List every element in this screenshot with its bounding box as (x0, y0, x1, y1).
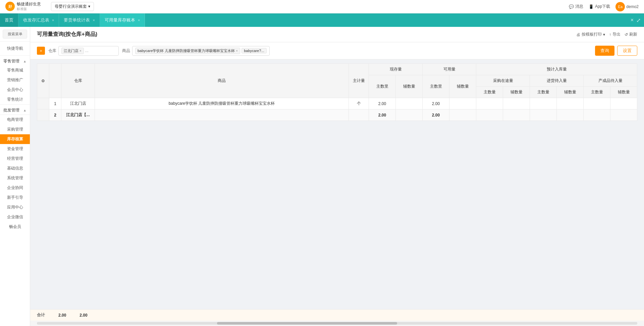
row1-stock-main: 2.00 (369, 98, 396, 109)
data-table: ⚙ 仓库 商品 主计量 现存量 可用量 预计入库量 主数里 辅数量 主数里 辅数… (37, 63, 637, 121)
sidebar-nav: 快捷导航 (0, 42, 30, 56)
user-profile[interactable]: Ea demo2 (615, 2, 639, 11)
search-menu-button[interactable]: 搜索菜单 (3, 30, 27, 39)
sidebar-item-purchase[interactable]: 采购管理 (0, 125, 30, 134)
col-available-group-header: 可用量 (423, 64, 476, 75)
row2-warehouse: 江北门店【... (61, 109, 95, 121)
filter-product-tag1-remove[interactable]: × (236, 49, 238, 53)
col-warehouse-header: 仓库 (61, 64, 95, 98)
sidebar-item-inventory[interactable]: 库存核算 (0, 134, 30, 144)
filter-product-tag2: babycare?... (241, 48, 267, 53)
chevron-down-icon2: ▾ (603, 32, 605, 37)
print-icon: 🖨 (576, 32, 580, 37)
row1-avail-main: 2.00 (423, 98, 449, 109)
tab-receivable[interactable]: 收发存汇总表 × (18, 13, 59, 27)
col-incoming-main-header: 主数量 (530, 87, 557, 98)
row1-num: 1 (49, 98, 61, 109)
row1-incoming-main (530, 98, 557, 109)
footer-stock-main-total: 2.00 (58, 313, 66, 318)
row1-incoming-aux (557, 98, 584, 109)
sidebar-section-retail: 零售管理 ▲ 零售商城 营销推广 会员中心 零售统计 (0, 56, 30, 105)
sidebar-section-retail-header[interactable]: 零售管理 ▲ (0, 56, 30, 65)
row2-product-incoming-aux (610, 109, 637, 121)
scrollbar-thumb[interactable] (217, 322, 397, 325)
row1-unit: 个 (349, 98, 369, 109)
col-product-incoming-main-header: 主数量 (584, 87, 610, 98)
sidebar-item-vip-member[interactable]: 畅会员 (0, 222, 30, 232)
table-container: ⚙ 仓库 商品 主计量 现存量 可用量 预计入库量 主数里 辅数量 主数里 辅数… (30, 59, 644, 309)
sidebar-item-ecommerce[interactable]: 电商管理 (0, 115, 30, 125)
col-incoming-header: 进货待入量 (530, 75, 584, 87)
tab-available-stock[interactable]: 可用量库存账本 × (100, 13, 145, 27)
filter-warehouse-ellipsis[interactable]: ... (85, 48, 89, 53)
col-forecast-group-header: 预计入库量 (476, 64, 637, 75)
footer-total-label: 合计 (37, 312, 45, 318)
row1-stock-aux (396, 98, 423, 109)
sidebar-item-retail-promo[interactable]: 营销推广 (0, 75, 30, 85)
sidebar-item-sys-mgmt[interactable]: 系统管理 (0, 173, 30, 183)
footer-bar: 合计 2.00 2.00 (30, 309, 644, 321)
row1-product: babycare学饮杯 儿童防摔防撞吸管杯重力球吸嘴杯宝宝水杯 (95, 98, 349, 109)
row2-avail-main: 2.00 (423, 109, 449, 121)
sidebar-item-finance[interactable]: 资金管理 (0, 144, 30, 154)
query-button[interactable]: 查询 (595, 46, 614, 56)
sidebar-search-area: 搜索菜单 (0, 27, 30, 42)
sidebar-item-retail-mall[interactable]: 零售商城 (0, 65, 30, 75)
message-button[interactable]: 💬 消息 (569, 4, 583, 9)
col-stock-main-header: 主数里 (369, 75, 396, 98)
filter-actions: 查询 设置 (595, 46, 637, 56)
refresh-button[interactable]: ↺ 刷新 (625, 32, 637, 37)
sidebar-item-operation[interactable]: 经营管理 (0, 154, 30, 164)
col-avail-main-header: 主数里 (423, 75, 449, 98)
horizontal-scrollbar[interactable] (30, 321, 644, 326)
col-stock-group-header: 现存量 (369, 64, 423, 75)
tabbar: 首页 收发存汇总表 × 要货单统计表 × 可用量库存账本 × × ⤢ (0, 13, 644, 27)
topbar-right: 💬 消息 📱 App下载 Ea demo2 (569, 2, 639, 11)
tab-order-stat[interactable]: 要货单统计表 × (59, 13, 100, 27)
tab-available-stock-close[interactable]: × (138, 18, 140, 22)
tab-close-all-button[interactable]: × (631, 17, 634, 23)
filter-product-input[interactable]: babycare学饮杯 儿童防摔防撞吸管杯重力球吸嘴杯宝宝水杯 × babyca… (132, 46, 270, 56)
page-title: 可用量查询(按仓库+商品) (37, 31, 97, 38)
tab-receivable-close[interactable]: × (52, 18, 54, 22)
filter-product-label: 商品 (122, 48, 130, 54)
sidebar: 搜索菜单 快捷导航 零售管理 ▲ 零售商城 营销推广 会员中心 零售统计 批发管… (0, 27, 30, 326)
industry-select[interactable]: 母婴行业演示账套 ▾ (51, 2, 94, 11)
sidebar-item-enterprise-wx[interactable]: 企业微信 (0, 212, 30, 222)
col-settings-header[interactable]: ⚙ (37, 64, 49, 98)
setting-button[interactable]: 设置 (617, 46, 637, 56)
row2-unit (349, 109, 369, 121)
export-button[interactable]: ↑ 导出 (609, 32, 621, 37)
tab-home[interactable]: 首页 (0, 13, 18, 27)
sidebar-item-basic-info[interactable]: 基础信息 (0, 164, 30, 173)
export-icon: ↑ (609, 32, 611, 37)
sidebar-item-retail-stat[interactable]: 零售统计 (0, 95, 30, 104)
sidebar-item-member-center[interactable]: 会员中心 (0, 85, 30, 95)
sidebar-section-wholesale-label: 批发管理 (3, 107, 19, 113)
tab-order-stat-close[interactable]: × (93, 18, 95, 22)
tab-available-stock-label: 可用量库存账本 (105, 17, 135, 23)
topbar: 好 畅捷通好生意 标准版 母婴行业演示账套 ▾ 💬 消息 📱 App下载 Ea … (0, 0, 644, 13)
sidebar-section-wholesale-header[interactable]: 批发管理 ▲ (0, 105, 30, 114)
row1-product-incoming-aux (610, 98, 637, 109)
industry-label: 母婴行业演示账套 (55, 4, 87, 9)
print-button[interactable]: 🖨 按模板打印 ▾ (576, 32, 605, 37)
sidebar-item-new-guide[interactable]: 新手引导 (0, 193, 30, 202)
page-header: 可用量查询(按仓库+商品) 🖨 按模板打印 ▾ ↑ 导出 ↺ 刷新 (30, 27, 644, 42)
col-num-header (49, 64, 61, 98)
filter-warehouse-label: 仓库 (48, 48, 56, 54)
sidebar-item-quick-nav[interactable]: 快捷导航 (0, 44, 30, 53)
filter-warehouse-input[interactable]: 江北门店 × ... (58, 46, 119, 56)
tab-restore-button[interactable]: ⤢ (636, 17, 641, 24)
tab-receivable-label: 收发存汇总表 (23, 17, 49, 23)
logo-line1: 畅捷通好生意 (17, 2, 41, 6)
filter-warehouse-remove[interactable]: × (79, 49, 82, 53)
row1-settings (37, 98, 49, 109)
content-area: 可用量查询(按仓库+商品) 🖨 按模板打印 ▾ ↑ 导出 ↺ 刷新 » (30, 27, 644, 326)
sidebar-item-app-center[interactable]: 应用中心 (0, 202, 30, 212)
sidebar-item-enterprise[interactable]: 企业协同 (0, 183, 30, 193)
app-download-button[interactable]: 📱 App下载 (589, 4, 610, 9)
filter-toggle-button[interactable]: » (37, 47, 45, 55)
row2-stock-aux (396, 109, 423, 121)
chevron-down-icon: ▾ (88, 4, 90, 9)
